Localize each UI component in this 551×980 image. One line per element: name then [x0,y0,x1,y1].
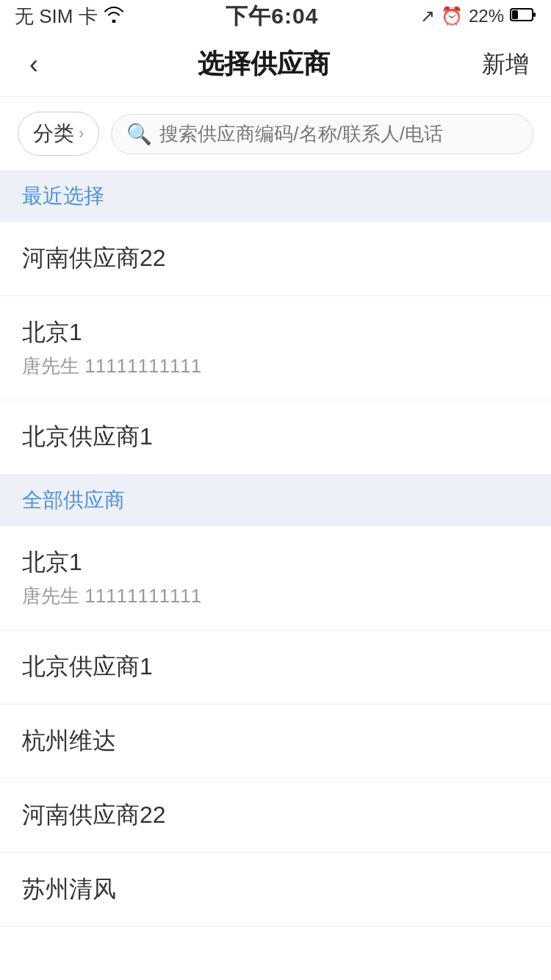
wifi-icon [104,5,124,28]
add-button[interactable]: 新增 [482,48,529,81]
item-sub: 唐先生 11111111111 [22,583,529,609]
page-title: 选择供应商 [198,46,330,82]
recent-list: 河南供应商22北京1唐先生 11111111111北京供应商1 [0,222,551,475]
list-item[interactable]: 北京供应商1 [0,630,551,705]
category-label: 分类 [33,120,74,148]
list-item[interactable]: 杭州维达 [0,705,551,779]
category-button[interactable]: 分类 › [18,112,99,156]
location-icon: ↗ [420,6,435,26]
item-name: 河南供应商22 [22,799,529,832]
filter-bar: 分类 › 🔍 [0,97,551,170]
item-name: 杭州维达 [22,725,529,757]
search-input[interactable] [159,123,518,145]
recent-section-label: 最近选择 [22,184,104,207]
item-name: 北京供应商1 [22,651,529,683]
svg-rect-2 [533,12,536,17]
back-button[interactable]: ‹ [22,42,46,87]
item-name: 河南供应商22 [22,242,529,275]
list-item[interactable]: 北京1唐先生 11111111111 [0,296,551,400]
status-bar: 无 SIM 卡 下午6:04 ↗ ⏰ 22% [0,0,551,32]
all-section-label: 全部供应商 [22,489,125,511]
alarm-icon: ⏰ [441,6,463,26]
list-item[interactable]: 北京1唐先生 11111111111 [0,526,551,630]
search-box: 🔍 [111,114,533,154]
status-time: 下午6:04 [226,1,318,32]
recent-section-header: 最近选择 [0,170,551,222]
all-section-header: 全部供应商 [0,475,551,526]
all-list: 北京1唐先生 11111111111北京供应商1杭州维达河南供应商22苏州清风 [0,526,551,927]
list-item[interactable]: 河南供应商22 [0,222,551,296]
search-icon: 🔍 [126,122,152,146]
item-sub: 唐先生 11111111111 [22,353,529,379]
list-item[interactable]: 北京供应商1 [0,400,551,475]
list-item[interactable]: 苏州清风 [0,853,551,927]
svg-rect-1 [512,10,518,19]
item-name: 北京1 [22,547,529,579]
no-sim-label: 无 SIM 卡 [15,4,98,29]
nav-bar: ‹ 选择供应商 新增 [0,32,551,97]
battery-icon [510,6,536,26]
item-name: 北京供应商1 [22,421,529,453]
item-name: 北京1 [22,317,529,349]
chevron-right-icon: › [79,124,84,143]
list-item[interactable]: 河南供应商22 [0,779,551,853]
status-right: ↗ ⏰ 22% [420,6,536,26]
status-left: 无 SIM 卡 [15,4,124,29]
battery-label: 22% [469,6,504,26]
item-name: 苏州清风 [22,873,529,906]
